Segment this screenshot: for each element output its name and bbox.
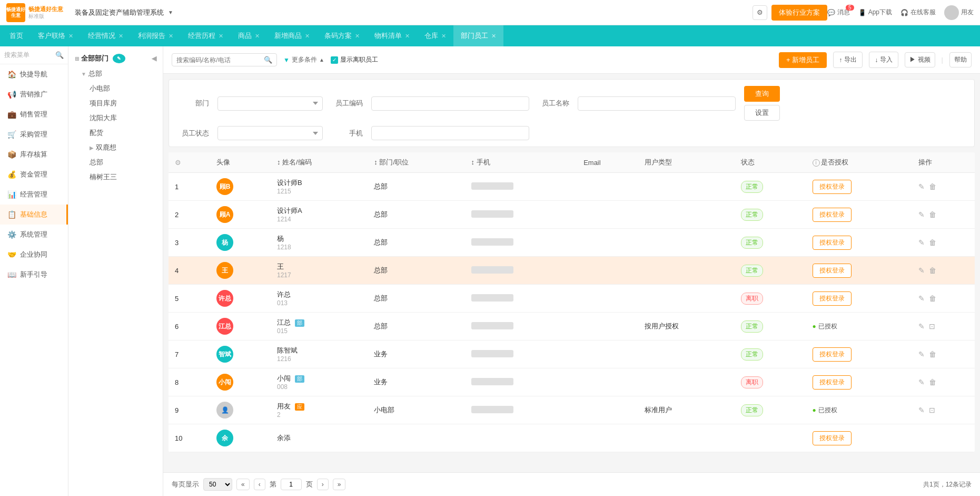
trial-button[interactable]: 体验行业方案 [771, 5, 827, 21]
last-page-button[interactable]: » [333, 479, 346, 490]
copy-button[interactable]: ⊡ [929, 322, 935, 330]
dept-header[interactable]: ⊞ 全部部门 ✎ ◀ [68, 51, 163, 66]
col-settings-icon[interactable]: ⚙ [175, 159, 181, 167]
edit-button[interactable]: ✎ [918, 378, 925, 386]
close-add-goods-tab[interactable]: ✕ [305, 33, 310, 40]
close-history-tab[interactable]: ✕ [219, 33, 223, 40]
tab-barcode[interactable]: 条码方案 ✕ [317, 25, 367, 46]
first-page-button[interactable]: « [236, 479, 250, 490]
dept-select[interactable] [217, 96, 323, 111]
close-warehouse-tab[interactable]: ✕ [441, 33, 446, 40]
sidebar-item-inventory[interactable]: 📦 库存核算 [0, 144, 68, 164]
export-button[interactable]: ↑ 导出 [833, 52, 863, 68]
dept-node-shenyang[interactable]: 沈阳大库 [83, 111, 163, 125]
edit-button[interactable]: ✎ [918, 322, 925, 330]
edit-button[interactable]: ✎ [918, 182, 925, 191]
tab-bom[interactable]: 物料清单 ✕ [367, 25, 417, 46]
close-profit-tab[interactable]: ✕ [169, 33, 173, 40]
settings-button[interactable]: ⚙ [753, 5, 767, 20]
sidebar-item-guide[interactable]: 📖 新手引导 [0, 265, 68, 285]
edit-button[interactable]: ✎ [918, 350, 925, 358]
dept-node-small-elec[interactable]: 小电部 [83, 81, 163, 96]
tab-warehouse[interactable]: 仓库 ✕ [417, 25, 453, 46]
dept-node-nanshu[interactable]: 楠树王三 [83, 170, 163, 184]
search-icon[interactable]: 🔍 [264, 56, 272, 64]
sidebar-item-operations[interactable]: 📊 经营管理 [0, 184, 68, 205]
close-barcode-tab[interactable]: ✕ [355, 33, 360, 40]
dept-node-project[interactable]: 项目库房 [83, 96, 163, 111]
dept-node-shuanglu[interactable]: ▶ 双鹿想 [83, 140, 163, 155]
help-button[interactable]: 帮助 [949, 52, 972, 67]
auth-button[interactable]: 授权登录 [813, 180, 852, 194]
tab-profit[interactable]: 利润报告 ✕ [131, 25, 181, 46]
sidebar-item-quick-nav[interactable]: 🏠 快捷导航 [0, 64, 68, 84]
close-bom-tab[interactable]: ✕ [405, 33, 410, 40]
delete-button[interactable]: 🗑 [929, 378, 936, 386]
page-input[interactable] [281, 479, 302, 490]
per-page-select[interactable]: 50 100 [203, 478, 232, 491]
delete-button[interactable]: 🗑 [929, 266, 936, 275]
auth-button[interactable]: 授权登录 [813, 431, 852, 445]
auth-button[interactable]: 授权登录 [813, 291, 852, 306]
tab-add-goods[interactable]: 新增商品 ✕ [267, 25, 317, 46]
show-archived-checkbox[interactable]: ✓ [331, 56, 338, 64]
close-goods-tab[interactable]: ✕ [255, 33, 260, 40]
delete-button[interactable]: 🗑 [929, 350, 936, 358]
edit-button[interactable]: ✎ [918, 294, 925, 303]
edit-button[interactable]: ✎ [918, 210, 925, 219]
auth-button[interactable]: 授权登录 [813, 347, 852, 362]
sidebar-item-basics[interactable]: 📋 基础信息 [0, 205, 68, 225]
sidebar-item-system[interactable]: ⚙️ 系统管理 [0, 225, 68, 245]
search-input[interactable] [176, 56, 261, 64]
dept-node-headquarter[interactable]: ▼ 总部 [75, 66, 163, 81]
messages-button[interactable]: 💬 消息 5 [827, 8, 850, 17]
row-ops: ✎ 🗑 [912, 368, 975, 396]
tab-goods[interactable]: 商品 ✕ [231, 25, 267, 46]
emp-status-select[interactable] [217, 126, 323, 140]
auth-button[interactable]: 授权登录 [813, 375, 852, 390]
add-employee-button[interactable]: + 新增员工 [779, 52, 827, 68]
auth-button[interactable]: 授权登录 [813, 236, 852, 250]
sidebar-item-sales[interactable]: 💼 销售管理 [0, 104, 68, 124]
delete-button[interactable]: 🗑 [929, 210, 936, 219]
dept-node-distribution[interactable]: 配货 [83, 125, 163, 140]
next-page-button[interactable]: › [317, 479, 329, 490]
delete-button[interactable]: 🗑 [929, 238, 936, 247]
close-employees-tab[interactable]: ✕ [491, 33, 496, 40]
more-conditions-button[interactable]: ▼ 更多条件 ▲ [283, 55, 324, 64]
phone-input[interactable] [371, 126, 529, 140]
import-button[interactable]: ↓ 导入 [869, 52, 898, 68]
edit-button[interactable]: ✎ [918, 266, 925, 275]
dept-collapse-icon[interactable]: ◀ [152, 55, 156, 62]
sidebar-item-collab[interactable]: 🤝 企业协同 [0, 245, 68, 265]
prev-page-button[interactable]: ‹ [254, 479, 265, 490]
close-customer-tab[interactable]: ✕ [68, 33, 73, 40]
delete-button[interactable]: 🗑 [929, 294, 936, 303]
online-service-button[interactable]: 🎧 在线客服 [900, 8, 936, 17]
tab-customer[interactable]: 客户联络 ✕ [31, 25, 81, 46]
system-dropdown-icon[interactable]: ▼ [168, 9, 173, 15]
dept-node-hq2[interactable]: 总部 [83, 155, 163, 170]
tab-employees[interactable]: 部门员工 ✕ [453, 25, 503, 46]
search-adv-button[interactable]: 查询 [744, 86, 780, 102]
tab-operations[interactable]: 经营情况 ✕ [81, 25, 131, 46]
emp-code-input[interactable] [371, 96, 529, 111]
edit-button[interactable]: ✎ [918, 406, 925, 414]
user-area[interactable]: 用友 [944, 5, 974, 20]
set-button[interactable]: 设置 [744, 105, 780, 121]
delete-button[interactable]: 🗑 [929, 182, 936, 191]
close-operations-tab[interactable]: ✕ [118, 33, 123, 40]
emp-name-input[interactable] [578, 96, 736, 111]
edit-button[interactable]: ✎ [918, 238, 925, 247]
app-download-button[interactable]: 📱 App下载 [858, 8, 892, 17]
auth-button[interactable]: 授权登录 [813, 264, 852, 278]
video-button[interactable]: ▶ 视频 [905, 52, 935, 67]
tab-home[interactable]: 首页 [2, 25, 31, 46]
dept-edit-icon[interactable]: ✎ [113, 54, 125, 63]
copy-button[interactable]: ⊡ [929, 406, 935, 414]
sidebar-item-finance[interactable]: 💰 资金管理 [0, 164, 68, 184]
sidebar-item-purchase[interactable]: 🛒 采购管理 [0, 124, 68, 144]
auth-button[interactable]: 授权登录 [813, 208, 852, 222]
tab-history[interactable]: 经营历程 ✕ [181, 25, 231, 46]
sidebar-item-marketing[interactable]: 📢 营销推广 [0, 84, 68, 104]
